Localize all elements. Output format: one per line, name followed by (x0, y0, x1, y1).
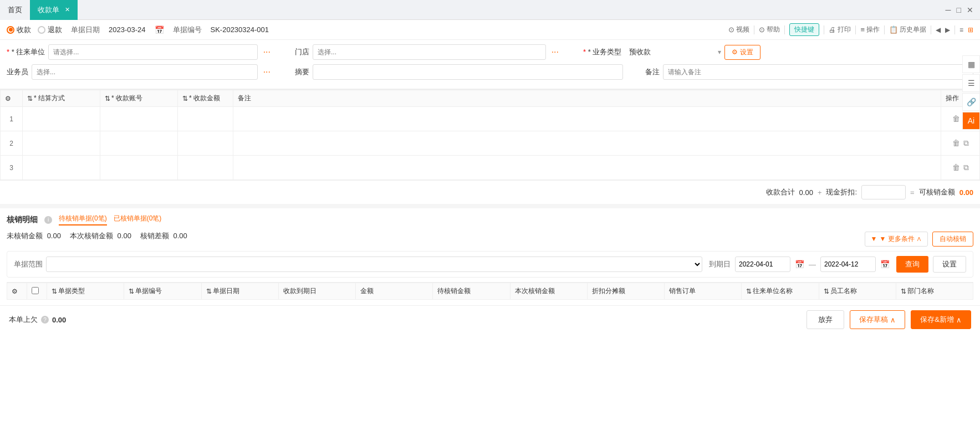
amount-cell-2[interactable] (178, 131, 233, 156)
amount-cell-1[interactable] (178, 107, 233, 131)
abandon-button[interactable]: 放弃 (807, 310, 844, 329)
date-icon[interactable]: 📅 (155, 25, 164, 34)
form-area: * * 往来单位 ··· 门店 ··· * * 业务类型 预收款 ▾ ⚙ 设置 (0, 40, 980, 89)
settle-cell-2[interactable] (23, 131, 100, 156)
divider2 (784, 25, 785, 34)
amount-cell-3[interactable] (178, 156, 233, 180)
account-cell-1[interactable] (100, 107, 178, 131)
footer-info-icon[interactable]: ? (41, 316, 49, 324)
tab-pending[interactable]: 待核销单据(0笔) (59, 214, 107, 225)
sort-doc-num-icon[interactable]: ⇅ (129, 288, 134, 295)
sort-doc-type-icon[interactable]: ⇅ (52, 288, 57, 295)
date-value: 2023-03-24 (109, 25, 146, 34)
counterpart-input[interactable] (48, 44, 257, 60)
tab-close-icon[interactable]: ✕ (65, 6, 70, 13)
delete-icon-2[interactable]: 🗑 (952, 139, 960, 148)
nav-right-btn[interactable]: ▶ (945, 26, 950, 34)
counterpart-more-icon[interactable]: ··· (261, 47, 273, 57)
remark-cell-1[interactable] (233, 107, 941, 131)
sort-amount-icon[interactable]: ⇅ (182, 95, 188, 102)
remark-input[interactable] (663, 64, 973, 80)
settle-cell-1[interactable] (23, 107, 100, 131)
tab-receipt[interactable]: 收款单 ✕ (30, 0, 78, 20)
sort-settle-icon[interactable]: ⇅ (27, 95, 33, 102)
side-link-icon[interactable]: 🔗 (962, 93, 980, 111)
sort-account-icon[interactable]: ⇅ (105, 95, 110, 102)
minimize-button[interactable]: ─ (946, 6, 951, 14)
sort-staff-icon[interactable]: ⇅ (824, 288, 829, 295)
menu-btn[interactable]: ≡ (959, 26, 963, 34)
settle-cell-3[interactable] (23, 156, 100, 180)
copy-icon-3[interactable]: ⧉ (963, 163, 969, 172)
col-amount-header: ⇅* 收款金额 (178, 90, 233, 107)
maximize-button[interactable]: □ (957, 6, 961, 14)
close-button[interactable]: ✕ (967, 6, 973, 14)
tab-home-label: 首页 (8, 5, 22, 15)
save-draft-arrow-icon[interactable]: ∧ (890, 316, 896, 324)
history-btn[interactable]: 📋历史单据 (889, 25, 926, 34)
col-gear-header[interactable]: ⚙ (1, 90, 23, 107)
select-all-checkbox[interactable] (32, 287, 39, 294)
layout-btn[interactable]: ⊞ (968, 26, 973, 34)
filter-setting-btn[interactable]: 设置 (933, 256, 966, 273)
more-filter-btn[interactable]: ▼ ▼ 更多条件 ∧ (865, 232, 928, 247)
query-btn[interactable]: 查询 (896, 256, 928, 273)
bt-col-sales-order: 销售订单 (665, 283, 742, 300)
bt-col-gear[interactable]: ⚙ (7, 283, 27, 300)
verify-section: 核销明细 i 待核销单据(0笔) 已核销单据(0笔) 未核销金额 0.00 本次… (0, 208, 980, 305)
radio-refund[interactable]: 退款 (38, 25, 62, 35)
remark-cell-3[interactable] (233, 156, 941, 180)
setting-button[interactable]: ⚙ 设置 (724, 45, 760, 60)
store-more-icon[interactable]: ··· (549, 47, 561, 57)
save-new-button[interactable]: 保存&新增 ∧ (911, 310, 971, 329)
verify-info-icon[interactable]: i (44, 216, 52, 224)
sort-doc-date-icon[interactable]: ⇅ (206, 288, 212, 295)
sales-more-icon[interactable]: ··· (261, 67, 273, 77)
save-new-arrow-icon[interactable]: ∧ (956, 316, 962, 324)
range-label: 单据范围 (14, 259, 43, 269)
account-cell-3[interactable] (100, 156, 178, 180)
side-ai-icon[interactable]: Ai (962, 112, 980, 130)
date-to-input[interactable] (820, 257, 876, 272)
side-table-icon[interactable]: ▦ (962, 55, 980, 73)
verify-stats: 未核销金额 0.00 本次核销金额 0.00 核销差额 0.00 (7, 231, 187, 241)
range-select[interactable] (46, 257, 702, 272)
cal-from-icon[interactable]: 📅 (795, 260, 804, 269)
auto-verify-btn[interactable]: 自动核销 (932, 232, 973, 247)
date-separator: — (809, 260, 816, 269)
remark-label: 备注 (645, 67, 660, 77)
date-from-input[interactable] (735, 257, 790, 272)
save-draft-button[interactable]: 保存草稿 ∧ (850, 310, 905, 329)
nav-left-btn[interactable]: ◀ (936, 26, 941, 34)
delete-icon-1[interactable]: 🗑 (952, 114, 960, 124)
store-input[interactable] (313, 44, 546, 60)
bt-col-staff: ⇅员工名称 (819, 283, 896, 300)
biz-type-dropdown-icon[interactable]: ▾ (718, 48, 721, 56)
sales-input[interactable] (32, 64, 258, 80)
tab-home[interactable]: 首页 (0, 0, 30, 20)
gear-settings-icon[interactable]: ⚙ (5, 95, 11, 102)
keyboard-btn[interactable]: 快捷键 (789, 23, 819, 36)
cal-to-icon[interactable]: 📅 (880, 260, 890, 269)
video-btn[interactable]: ⊙视频 (728, 25, 749, 34)
gear-icon: ⚙ (732, 48, 738, 56)
bt-col-check[interactable] (27, 283, 47, 300)
side-list-icon[interactable]: ☰ (962, 74, 980, 92)
summary-input[interactable] (313, 64, 623, 80)
copy-icon-2[interactable]: ⧉ (963, 139, 969, 148)
account-cell-2[interactable] (100, 131, 178, 156)
help-btn[interactable]: ⊙帮助 (759, 25, 780, 34)
divider3 (824, 25, 824, 34)
discount-input[interactable] (861, 185, 906, 199)
main-area: 收款 退款 单据日期 2023-03-24 📅 单据编号 SK-20230324… (0, 20, 980, 441)
help-icon: ⊙ (759, 25, 765, 34)
print-btn[interactable]: 🖨打印 (829, 25, 851, 34)
filter-row: 单据范围 到期日 📅 — 📅 查询 设置 (7, 251, 973, 278)
radio-receipt[interactable]: 收款 (7, 25, 31, 35)
remark-cell-2[interactable] (233, 131, 941, 156)
tab-done[interactable]: 已核销单据(0笔) (114, 214, 162, 225)
sort-counterpart-icon[interactable]: ⇅ (746, 288, 752, 295)
delete-icon-3[interactable]: 🗑 (952, 163, 960, 172)
sort-dept-icon[interactable]: ⇅ (901, 288, 906, 295)
operation-btn[interactable]: ≡操作 (860, 25, 880, 34)
